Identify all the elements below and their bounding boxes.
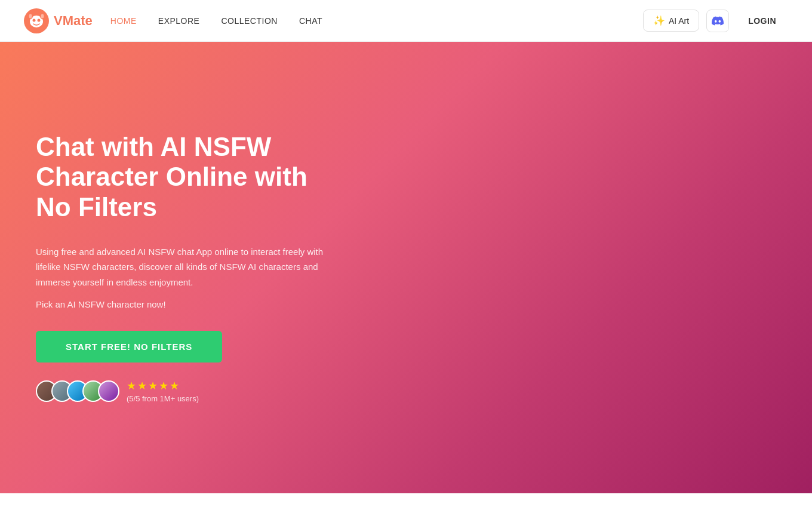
discord-icon bbox=[712, 15, 724, 27]
login-button[interactable]: LOGIN bbox=[736, 11, 788, 30]
nav-item-explore[interactable]: EXPLORE bbox=[158, 16, 200, 26]
nav-links: HOME EXPLORE COLLECTION CHAT bbox=[110, 16, 322, 26]
hero-cta-text: Pick an AI NSFW character now! bbox=[36, 299, 334, 309]
user-avatars bbox=[36, 380, 119, 402]
svg-point-3 bbox=[38, 19, 41, 21]
nav-item-home[interactable]: HOME bbox=[110, 16, 137, 26]
stars: ★★★★★ bbox=[127, 379, 199, 392]
nav-link-explore[interactable]: EXPLORE bbox=[158, 16, 200, 26]
hero-content: Chat with AI NSFW Character Online with … bbox=[36, 132, 334, 403]
avatar-5 bbox=[98, 380, 119, 402]
svg-point-2 bbox=[33, 19, 36, 21]
nav-left: VMate HOME EXPLORE COLLECTION CHAT bbox=[24, 8, 322, 33]
rating-text: (5/5 from 1M+ users) bbox=[127, 394, 199, 403]
hero-title: Chat with AI NSFW Character Online with … bbox=[36, 132, 334, 223]
wand-icon: ✨ bbox=[653, 15, 665, 26]
navbar: VMate HOME EXPLORE COLLECTION CHAT ✨ AI … bbox=[0, 0, 812, 42]
bottom-section: Discover The AI NSFW Chatbot You've Alwa… bbox=[0, 493, 812, 513]
discord-button[interactable] bbox=[706, 10, 729, 32]
logo-link[interactable]: VMate bbox=[24, 8, 93, 33]
nav-link-chat[interactable]: CHAT bbox=[299, 16, 322, 26]
start-free-button[interactable]: START FREE! NO FILTERS bbox=[36, 331, 222, 363]
rating-section: ★★★★★ (5/5 from 1M+ users) bbox=[127, 379, 199, 403]
nav-right: ✨ AI Art LOGIN bbox=[643, 10, 788, 32]
hero-section: Chat with AI NSFW Character Online with … bbox=[0, 42, 812, 493]
ai-art-button[interactable]: ✨ AI Art bbox=[643, 10, 699, 32]
nav-link-collection[interactable]: COLLECTION bbox=[221, 16, 277, 26]
nav-item-collection[interactable]: COLLECTION bbox=[221, 16, 277, 26]
ai-art-label: AI Art bbox=[669, 16, 689, 26]
hero-description: Using free and advanced AI NSFW chat App… bbox=[36, 244, 334, 290]
nav-link-home[interactable]: HOME bbox=[110, 16, 137, 26]
logo-text: VMate bbox=[54, 13, 93, 29]
svg-point-7 bbox=[41, 14, 44, 18]
social-proof: ★★★★★ (5/5 from 1M+ users) bbox=[36, 379, 334, 403]
hero-image-grid bbox=[509, 78, 776, 457]
logo-icon bbox=[24, 8, 49, 33]
svg-point-6 bbox=[29, 14, 32, 18]
nav-item-chat[interactable]: CHAT bbox=[299, 16, 322, 26]
